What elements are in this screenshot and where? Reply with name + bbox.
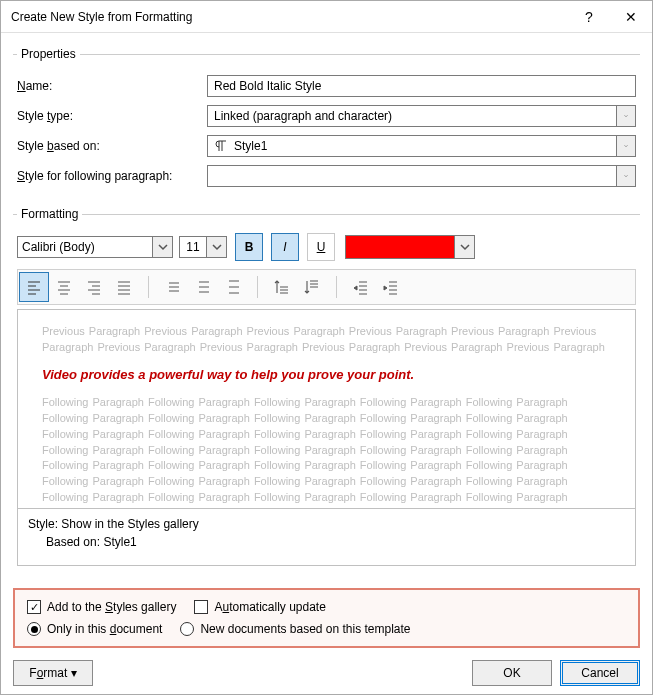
paragraph-toolbar: [17, 269, 636, 305]
align-left-button[interactable]: [20, 273, 48, 301]
style-type-label: Style type:: [17, 109, 207, 123]
cancel-button[interactable]: Cancel: [560, 660, 640, 686]
chevron-down-icon[interactable]: [207, 236, 227, 258]
dialog-window: Create New Style from Formatting ? ✕ Pro…: [0, 0, 653, 695]
add-to-gallery-checkbox[interactable]: Add to the Styles gallery: [27, 600, 176, 614]
line-spacing-15-button[interactable]: [189, 273, 217, 301]
following-paragraph-text: Following Paragraph Following Paragraph …: [42, 395, 611, 509]
chevron-down-icon[interactable]: [455, 235, 475, 259]
name-label: Name:: [17, 79, 207, 93]
previous-paragraph-text: Previous Paragraph Previous Paragraph Pr…: [42, 324, 611, 356]
separator: [257, 276, 258, 298]
format-button[interactable]: Format ▾: [13, 660, 93, 686]
formatting-legend: Formatting: [17, 207, 82, 221]
options-group: Add to the Styles gallery Automatically …: [13, 588, 640, 648]
based-on-value: Style1: [207, 135, 616, 157]
following-combo[interactable]: [207, 165, 636, 187]
align-right-button[interactable]: [80, 273, 108, 301]
properties-fieldset: Properties Name: Style type: Linked (par…: [13, 47, 640, 195]
chevron-down-icon[interactable]: [616, 105, 636, 127]
description-line-2: Based on: Style1: [28, 533, 625, 551]
underline-button[interactable]: U: [307, 233, 335, 261]
italic-button[interactable]: I: [271, 233, 299, 261]
style-type-value: Linked (paragraph and character): [207, 105, 616, 127]
only-this-document-radio[interactable]: Only in this document: [27, 622, 162, 636]
based-on-combo[interactable]: Style1: [207, 135, 636, 157]
line-spacing-2-button[interactable]: [219, 273, 247, 301]
auto-update-checkbox[interactable]: Automatically update: [194, 600, 325, 614]
formatting-fieldset: Formatting B I U: [13, 207, 640, 570]
new-documents-template-radio[interactable]: New documents based on this template: [180, 622, 410, 636]
based-on-label: Style based on:: [17, 139, 207, 153]
chevron-down-icon[interactable]: [153, 236, 173, 258]
separator: [148, 276, 149, 298]
align-center-button[interactable]: [50, 273, 78, 301]
space-before-increase-button[interactable]: [268, 273, 296, 301]
style-description: Style: Show in the Styles gallery Based …: [17, 509, 636, 566]
chevron-down-icon[interactable]: [616, 165, 636, 187]
font-color-swatch[interactable]: [345, 235, 455, 259]
following-label: Style for following paragraph:: [17, 169, 207, 183]
dialog-title: Create New Style from Formatting: [1, 10, 568, 24]
font-combo[interactable]: [17, 236, 153, 258]
close-button[interactable]: ✕: [610, 1, 652, 33]
preview-box: Previous Paragraph Previous Paragraph Pr…: [17, 309, 636, 509]
help-button[interactable]: ?: [568, 1, 610, 33]
properties-legend: Properties: [17, 47, 80, 61]
bold-button[interactable]: B: [235, 233, 263, 261]
titlebar: Create New Style from Formatting ? ✕: [1, 1, 652, 33]
sample-text: Video provides a powerful way to help yo…: [42, 366, 611, 385]
checkbox-icon: [194, 600, 208, 614]
chevron-down-icon[interactable]: [616, 135, 636, 157]
decrease-indent-button[interactable]: [347, 273, 375, 301]
separator: [336, 276, 337, 298]
ok-button[interactable]: OK: [472, 660, 552, 686]
line-spacing-1-button[interactable]: [159, 273, 187, 301]
checkbox-icon: [27, 600, 41, 614]
following-value: [207, 165, 616, 187]
name-input[interactable]: [207, 75, 636, 97]
footer: Format ▾ OK Cancel: [13, 660, 640, 686]
space-before-decrease-button[interactable]: [298, 273, 326, 301]
caret-down-icon: ▾: [71, 666, 77, 680]
style-type-combo[interactable]: Linked (paragraph and character): [207, 105, 636, 127]
radio-icon: [180, 622, 194, 636]
radio-icon: [27, 622, 41, 636]
align-justify-button[interactable]: [110, 273, 138, 301]
increase-indent-button[interactable]: [377, 273, 405, 301]
description-line-1: Style: Show in the Styles gallery: [28, 515, 625, 533]
dialog-body: Properties Name: Style type: Linked (par…: [1, 33, 652, 695]
size-combo[interactable]: [179, 236, 207, 258]
